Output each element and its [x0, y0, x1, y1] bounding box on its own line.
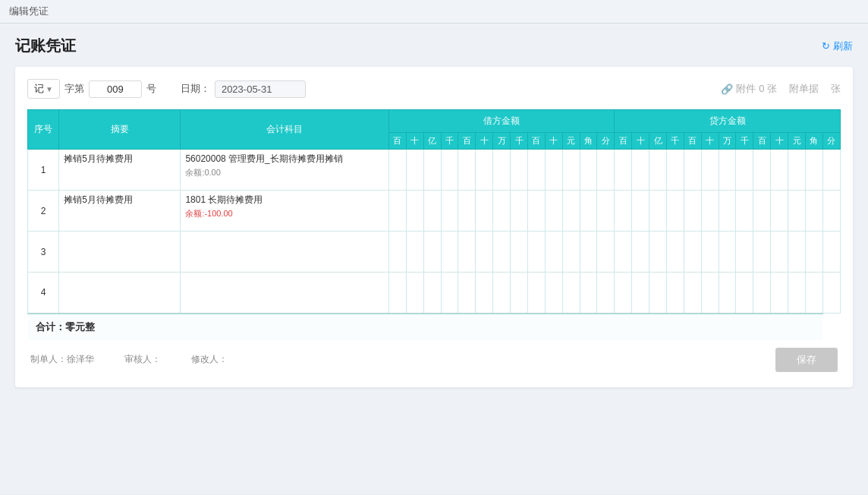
debit-cell-r1-c2[interactable] — [423, 191, 441, 232]
voucher-type-select[interactable]: 记 ▼ — [27, 79, 60, 99]
debit-cell-r3-c4[interactable] — [458, 273, 476, 314]
row-seq-1[interactable]: 2 — [28, 191, 59, 232]
debit-cell-r0-c6[interactable] — [493, 150, 511, 191]
credit-cell-r1-c12[interactable] — [822, 191, 840, 232]
debit-cell-r0-c11[interactable] — [580, 150, 597, 191]
row-summary-1[interactable]: 摊销5月待摊费用 — [59, 191, 181, 232]
credit-cell-r1-c0[interactable] — [615, 191, 632, 232]
row-summary-2[interactable] — [59, 232, 181, 273]
debit-cell-r3-c2[interactable] — [423, 273, 441, 314]
credit-cell-r2-c12[interactable] — [822, 232, 840, 273]
debit-cell-r1-c8[interactable] — [527, 191, 545, 232]
credit-cell-r0-c12[interactable] — [822, 150, 840, 191]
debit-cell-r3-c12[interactable] — [597, 273, 615, 314]
attachment-link[interactable]: 🔗 附件 0 张 — [721, 82, 777, 96]
debit-cell-r0-c1[interactable] — [406, 150, 423, 191]
debit-cell-r1-c10[interactable] — [562, 191, 580, 232]
credit-cell-r3-c5[interactable] — [701, 273, 719, 314]
debit-cell-r3-c1[interactable] — [406, 273, 423, 314]
debit-cell-r3-c0[interactable] — [388, 273, 406, 314]
credit-cell-r3-c0[interactable] — [615, 273, 632, 314]
credit-cell-r1-c5[interactable] — [701, 191, 719, 232]
debit-cell-r0-c3[interactable] — [441, 150, 458, 191]
credit-cell-r1-c11[interactable] — [805, 191, 822, 232]
credit-cell-r3-c8[interactable] — [753, 273, 771, 314]
debit-cell-r1-c5[interactable] — [476, 191, 493, 232]
row-subject-0[interactable]: 56020008 管理费用_长期待摊费用摊销余额:0.00 — [181, 150, 389, 191]
debit-cell-r0-c8[interactable] — [527, 150, 545, 191]
debit-cell-r1-c11[interactable] — [580, 191, 597, 232]
credit-cell-r3-c9[interactable] — [771, 273, 788, 314]
debit-cell-r1-c7[interactable] — [511, 191, 528, 232]
debit-cell-r3-c3[interactable] — [441, 273, 458, 314]
debit-cell-r2-c11[interactable] — [580, 232, 597, 273]
date-input[interactable] — [215, 80, 306, 98]
debit-cell-r2-c6[interactable] — [493, 232, 511, 273]
debit-cell-r3-c8[interactable] — [527, 273, 545, 314]
credit-cell-r2-c8[interactable] — [753, 232, 771, 273]
credit-cell-r0-c1[interactable] — [632, 150, 649, 191]
credit-cell-r2-c5[interactable] — [701, 232, 719, 273]
debit-cell-r1-c3[interactable] — [441, 191, 458, 232]
debit-cell-r0-c2[interactable] — [423, 150, 441, 191]
credit-cell-r2-c1[interactable] — [632, 232, 649, 273]
credit-cell-r0-c4[interactable] — [684, 150, 701, 191]
refresh-button[interactable]: ↻ 刷新 — [822, 39, 853, 53]
credit-cell-r3-c4[interactable] — [684, 273, 701, 314]
credit-cell-r2-c3[interactable] — [666, 232, 684, 273]
credit-cell-r3-c2[interactable] — [649, 273, 667, 314]
credit-cell-r0-c5[interactable] — [701, 150, 719, 191]
credit-cell-r2-c2[interactable] — [649, 232, 667, 273]
credit-cell-r2-c6[interactable] — [719, 232, 736, 273]
debit-cell-r2-c2[interactable] — [423, 232, 441, 273]
credit-cell-r1-c1[interactable] — [632, 191, 649, 232]
row-subject-2[interactable] — [181, 232, 389, 273]
credit-cell-r2-c10[interactable] — [788, 232, 806, 273]
credit-cell-r1-c2[interactable] — [649, 191, 667, 232]
debit-cell-r2-c3[interactable] — [441, 232, 458, 273]
credit-cell-r0-c8[interactable] — [753, 150, 771, 191]
row-seq-0[interactable]: 1 — [28, 150, 59, 191]
credit-cell-r2-c7[interactable] — [736, 232, 753, 273]
credit-cell-r0-c3[interactable] — [666, 150, 684, 191]
credit-cell-r2-c4[interactable] — [684, 232, 701, 273]
credit-cell-r1-c4[interactable] — [684, 191, 701, 232]
debit-cell-r3-c6[interactable] — [493, 273, 511, 314]
credit-cell-r3-c7[interactable] — [736, 273, 753, 314]
credit-cell-r1-c7[interactable] — [736, 191, 753, 232]
credit-cell-r0-c9[interactable] — [771, 150, 788, 191]
debit-cell-r1-c12[interactable] — [597, 191, 615, 232]
debit-cell-r2-c0[interactable] — [388, 232, 406, 273]
debit-cell-r3-c10[interactable] — [562, 273, 580, 314]
row-summary-0[interactable]: 摊销5月待摊费用 — [59, 150, 181, 191]
debit-cell-r2-c10[interactable] — [562, 232, 580, 273]
debit-cell-r1-c0[interactable] — [388, 191, 406, 232]
debit-cell-r2-c7[interactable] — [511, 232, 528, 273]
credit-cell-r0-c10[interactable] — [788, 150, 806, 191]
row-seq-2[interactable]: 3 — [28, 232, 59, 273]
debit-cell-r0-c12[interactable] — [597, 150, 615, 191]
row-seq-3[interactable]: 4 — [28, 273, 59, 314]
credit-cell-r0-c2[interactable] — [649, 150, 667, 191]
debit-cell-r2-c5[interactable] — [476, 232, 493, 273]
debit-cell-r3-c7[interactable] — [511, 273, 528, 314]
credit-cell-r0-c0[interactable] — [615, 150, 632, 191]
single-invoice-label[interactable]: 附单据 — [789, 82, 819, 96]
credit-cell-r1-c8[interactable] — [753, 191, 771, 232]
voucher-number-input[interactable] — [89, 80, 142, 98]
debit-cell-r2-c8[interactable] — [527, 232, 545, 273]
debit-cell-r0-c9[interactable] — [545, 150, 562, 191]
credit-cell-r3-c11[interactable] — [805, 273, 822, 314]
credit-cell-r0-c7[interactable] — [736, 150, 753, 191]
save-button[interactable]: 保存 — [775, 348, 838, 372]
debit-cell-r3-c11[interactable] — [580, 273, 597, 314]
debit-cell-r3-c5[interactable] — [476, 273, 493, 314]
credit-cell-r0-c6[interactable] — [719, 150, 736, 191]
debit-cell-r0-c5[interactable] — [476, 150, 493, 191]
credit-cell-r3-c10[interactable] — [788, 273, 806, 314]
debit-cell-r3-c9[interactable] — [545, 273, 562, 314]
credit-cell-r1-c10[interactable] — [788, 191, 806, 232]
debit-cell-r1-c4[interactable] — [458, 191, 476, 232]
debit-cell-r1-c1[interactable] — [406, 191, 423, 232]
credit-cell-r2-c11[interactable] — [805, 232, 822, 273]
